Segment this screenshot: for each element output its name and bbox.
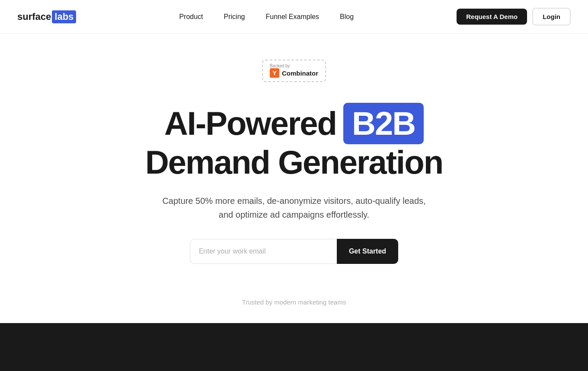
- nav-funnel-examples[interactable]: Funnel Examples: [257, 10, 328, 24]
- headline-ai-powered: AI-Powered: [164, 105, 336, 142]
- email-input[interactable]: [190, 239, 337, 264]
- navbar-left: surfacelabs: [17, 10, 76, 23]
- logo-labs-text: labs: [52, 10, 76, 23]
- trusted-text: Trusted by modern marketing teams: [242, 298, 346, 306]
- yc-y-letter: Y: [272, 70, 276, 76]
- yc-square-icon: Y: [270, 68, 279, 78]
- request-demo-button[interactable]: Request A Demo: [457, 9, 527, 25]
- headline-line1: AI-Powered B2B: [145, 103, 443, 144]
- headline-b2b-badge: B2B: [343, 103, 424, 144]
- yc-badge: Backed by Y Combinator: [262, 60, 326, 82]
- nav-pricing[interactable]: Pricing: [215, 10, 254, 24]
- subheadline: Capture 50% more emails, de-anonymize vi…: [156, 194, 432, 222]
- get-started-button[interactable]: Get Started: [337, 239, 398, 264]
- email-form: Get Started: [190, 239, 398, 264]
- logo-surface-text: surface: [17, 11, 51, 22]
- navbar: surfacelabs Product Pricing Funnel Examp…: [0, 0, 588, 34]
- navbar-right: Request A Demo Login: [457, 8, 571, 25]
- backed-by-text: Backed by: [270, 64, 290, 68]
- logo[interactable]: surfacelabs: [17, 10, 76, 23]
- nav-blog[interactable]: Blog: [331, 10, 362, 24]
- headline-demand-generation: Demand Generation: [145, 144, 443, 181]
- yc-logo-container: Y Combinator: [270, 68, 318, 78]
- navbar-center: Product Pricing Funnel Examples Blog: [170, 10, 362, 24]
- login-button[interactable]: Login: [532, 8, 571, 25]
- combinator-text: Combinator: [282, 70, 318, 77]
- yc-badge-wrapper: Backed by Y Combinator: [270, 64, 318, 78]
- bottom-band: [0, 323, 588, 371]
- headline: AI-Powered B2B Demand Generation: [145, 103, 443, 180]
- nav-product[interactable]: Product: [170, 10, 211, 24]
- hero-section: Backed by Y Combinator AI-Powered B2B De…: [0, 34, 588, 323]
